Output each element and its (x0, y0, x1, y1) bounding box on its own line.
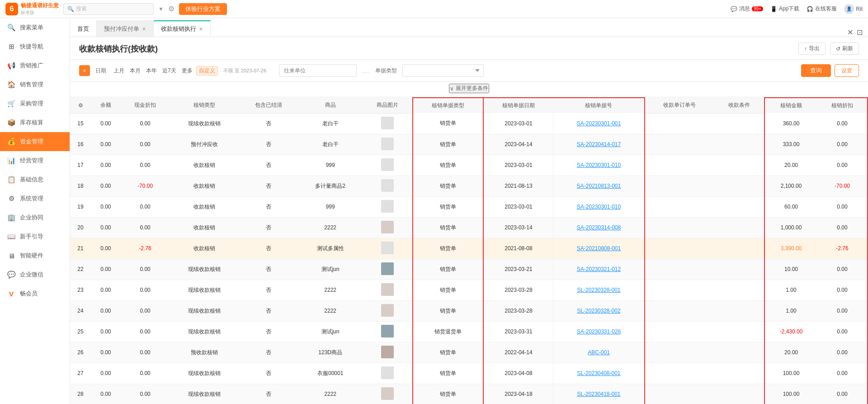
cell-cash-discount: 0.00 (121, 134, 170, 155)
col-gear[interactable]: ⚙ (70, 98, 91, 113)
sidebar-item-member[interactable]: V 畅会员 (0, 284, 70, 303)
cell-collection-order-no (645, 280, 715, 300)
cell-cancel-voucher-type: 销货单 (413, 280, 483, 300)
cell-cancel-no[interactable]: SA-20210808-001 (553, 238, 645, 259)
sidebar-item-hardware[interactable]: 🖥 智能硬件 (0, 246, 70, 265)
cell-cancel-discount: 0.00 (817, 113, 868, 134)
col-cancel-date: 核销单据日期 (483, 98, 553, 113)
cell-cancel-no[interactable]: SA-20230301-010 (553, 155, 645, 176)
cell-goods: 老白干 (298, 134, 363, 155)
voucher-type-select[interactable] (402, 64, 484, 77)
refresh-btn[interactable]: ↺ 刷新 (830, 43, 859, 55)
cell-cancel-no[interactable]: SA-20230321-012 (553, 259, 645, 280)
cell-cancel-no[interactable]: SL-20230418-001 (553, 384, 645, 404)
voucher-type-label: 单据类型 (375, 67, 397, 75)
sidebar-label-wechat: 企业微信 (20, 271, 43, 279)
gear-icon[interactable]: ⚙ (168, 5, 175, 13)
cell-goods: 衣服00001 (298, 363, 363, 384)
table-wrapper[interactable]: ⚙ 余额 现金折扣 核销类型 包含已结清 商品 商品图片 核销单据类型 核销单据… (70, 97, 868, 404)
cell-goods-img (363, 363, 413, 384)
cell-cancel-no[interactable]: SL-20230328-002 (553, 300, 645, 321)
message-item[interactable]: 💬 消息 99+ (731, 5, 763, 13)
cell-cancel-no[interactable]: SA-20230301-010 (553, 196, 645, 217)
cell-cancel-no[interactable]: SA-20210813-001 (553, 176, 645, 196)
industry-btn[interactable]: 休验行业方案 (179, 3, 227, 15)
sidebar-item-basic[interactable]: 📋 基础信息 (0, 170, 70, 189)
table-row: 24 0.00 0.00 现续收款核销 否 2222 销货单 2023-03-2… (70, 300, 868, 321)
table-row: 16 0.00 0.00 预付冲应收 否 老白干 销货单 2023-04-14 … (70, 134, 868, 155)
sidebar-item-enterprise[interactable]: 🏢 企业协同 (0, 208, 70, 227)
counterpart-input[interactable] (279, 64, 357, 77)
tab-expand-btn[interactable]: ⊡ (857, 28, 863, 37)
brand-icon: 6 (5, 3, 18, 15)
sidebar-item-inventory[interactable]: 📦 库存核算 (0, 113, 70, 132)
date-custom[interactable]: 自定义 (196, 66, 218, 76)
cell-collection-order-no (645, 384, 715, 404)
search-icon: 🔍 (67, 6, 74, 12)
message-label: 消息 (739, 5, 750, 13)
export-label: 导出 (809, 45, 820, 52)
dropdown-arrow[interactable]: ▼ (158, 6, 164, 12)
sidebar-item-marketing[interactable]: 📢 营销推广 (0, 56, 70, 75)
sidebar-item-search[interactable]: 🔍 搜索菜单 (0, 18, 70, 37)
cell-collection-order-no (645, 134, 715, 155)
search-box[interactable]: 🔍 搜索 (63, 3, 154, 15)
cell-cancel-no[interactable]: SA-20230301-001 (553, 113, 645, 134)
cell-goods-img (363, 342, 413, 363)
cell-cancel-no[interactable]: SL-20230328-001 (553, 280, 645, 300)
col-balance: 余额 (91, 98, 120, 113)
cell-cancel-no[interactable]: SL-20230408-001 (553, 363, 645, 384)
sidebar-item-purchase[interactable]: 🛒 采购管理 (0, 94, 70, 113)
cell-goods: 999 (298, 196, 363, 217)
sidebar-item-wechat[interactable]: 💬 企业微信 (0, 265, 70, 284)
cell-goods-img (363, 134, 413, 155)
cell-cancel-no[interactable]: SA-20230314-008 (553, 217, 645, 238)
service-item[interactable]: 🎧 在线客服 (807, 5, 837, 13)
sidebar-item-capital[interactable]: 💰 资金管理 (0, 132, 70, 151)
sidebar-item-guide[interactable]: 📖 新手引导 (0, 227, 70, 246)
date-this-month[interactable]: 本月 (128, 66, 142, 76)
cell-collection-condition (714, 321, 764, 342)
cell-rowno: 23 (70, 280, 91, 300)
cell-include-settled: 否 (239, 300, 298, 321)
tab-collection-close[interactable]: ✕ (199, 26, 203, 32)
table-row: 22 0.00 0.00 现续收款核销 否 测试jun 销货单 2023-03-… (70, 259, 868, 280)
cell-cancel-amount: 360.00 (764, 113, 817, 134)
setting-btn[interactable]: 设置 (835, 64, 859, 77)
cell-goods-img (363, 217, 413, 238)
user-item[interactable]: 👤 Rit (844, 4, 863, 14)
cell-collection-condition (714, 384, 764, 404)
tab-prepay-close[interactable]: ✕ (142, 26, 146, 32)
date-7days[interactable]: 近7天 (160, 66, 178, 76)
sidebar-item-sales[interactable]: 🏠 销售管理 (0, 75, 70, 94)
date-this-year[interactable]: 本年 (144, 66, 159, 76)
cell-cancel-no[interactable]: ABC-001 (553, 342, 645, 363)
query-btn[interactable]: 查询 (801, 64, 831, 77)
date-more[interactable]: 更多 (180, 66, 194, 76)
date-last-month[interactable]: 上月 (112, 66, 126, 76)
cell-cancel-no[interactable]: SA-20230331-026 (553, 321, 645, 342)
tab-prepay[interactable]: 预付冲应付单 ✕ (97, 20, 154, 37)
sidebar-item-system[interactable]: ⚙ 系统管理 (0, 189, 70, 208)
cell-cancel-type: 收款核销 (170, 176, 239, 196)
tab-collection[interactable]: 收款核销执行 ✕ (154, 20, 211, 37)
sidebar-item-operations[interactable]: 📊 经营管理 (0, 151, 70, 170)
cell-cash-discount: 0.00 (121, 259, 170, 280)
app-item[interactable]: 📱 App下载 (770, 5, 799, 13)
export-btn[interactable]: ↑ 导出 (798, 43, 826, 55)
sidebar-item-quick-nav[interactable]: ⊞ 快捷导航 (0, 37, 70, 56)
tab-close-btn[interactable]: ✕ (847, 28, 853, 37)
sidebar-label-quick-nav: 快捷导航 (20, 43, 43, 51)
cell-cancel-no[interactable]: SA-20230414-017 (553, 134, 645, 155)
sidebar-label-inventory: 库存核算 (20, 119, 43, 127)
cell-cancel-type: 现续收款核销 (170, 280, 239, 300)
cell-cash-discount: 0.00 (121, 217, 170, 238)
filter-toggle[interactable]: » (79, 65, 90, 76)
cell-cancel-discount: 0.00 (817, 280, 868, 300)
col-cancel-voucher-type: 核销单据类型 (413, 98, 483, 113)
cell-cash-discount: 0.00 (121, 113, 170, 134)
cell-goods: 2222 (298, 384, 363, 404)
tab-home[interactable]: 首页 (70, 20, 97, 37)
expand-btn[interactable]: ∨ 展开更多条件 (449, 84, 489, 93)
cell-cash-discount: 0.00 (121, 280, 170, 300)
